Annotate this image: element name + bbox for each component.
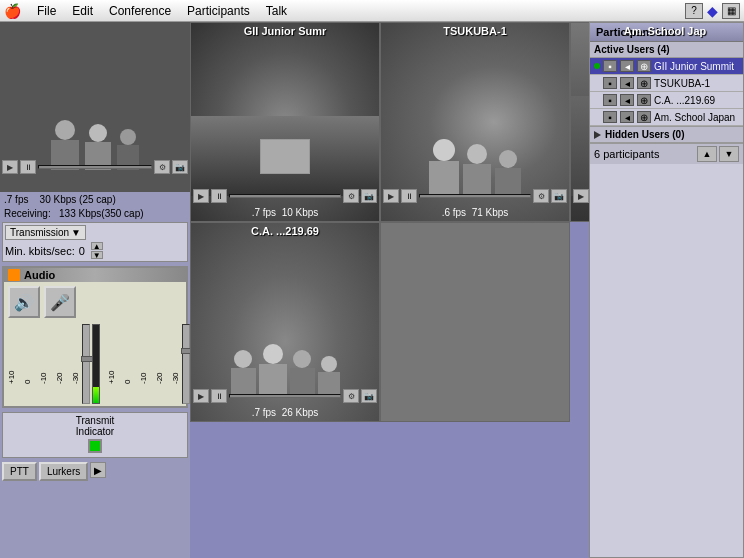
menu-talk[interactable]: Talk	[258, 2, 295, 20]
participant-item-gii[interactable]: ▪ ◂ ⊕ GII Junior Summit	[590, 58, 743, 75]
menu-conference[interactable]: Conference	[101, 2, 179, 20]
active-users-section: Active Users (4)	[590, 42, 743, 58]
min-kbits-label: Min. kbits/sec:	[5, 245, 75, 257]
menu-edit[interactable]: Edit	[64, 2, 101, 20]
transmit-led	[88, 439, 102, 453]
ca-play[interactable]: ▶	[193, 389, 209, 403]
am-play[interactable]: ▶	[573, 189, 589, 203]
ctrl-icon-amschool: ⊕	[637, 111, 651, 123]
audio-icon	[8, 269, 20, 281]
apple-menu[interactable]: 🍎	[4, 3, 21, 19]
nav-down-btn[interactable]: ▼	[719, 146, 739, 162]
hidden-users-section[interactable]: Hidden Users (0)	[590, 126, 743, 143]
gii-settings[interactable]: ⚙	[343, 189, 359, 203]
video-title-tsukuba: TSUKUBA-1	[381, 25, 569, 37]
settings-btn[interactable]: ⚙	[154, 160, 170, 174]
tsukuba-pause[interactable]: ⏸	[401, 189, 417, 203]
ca-stats: .7 fps 26 Kbps	[191, 407, 379, 418]
expand-hidden-icon	[594, 131, 601, 139]
participant-name-tsukuba: TSUKUBA-1	[654, 78, 710, 89]
tsukuba-cam[interactable]: 📷	[551, 189, 567, 203]
transmit-indicator: Transmit Indicator	[2, 412, 188, 458]
menu-participants[interactable]: Participants	[179, 2, 258, 20]
audio-buttons: 🔊 🎤	[4, 282, 186, 322]
video-title-gii: GII Junior Sumr	[191, 25, 379, 37]
help-icon[interactable]: ?	[685, 3, 703, 19]
participant-name-ca: C.A. ...219.69	[654, 95, 715, 106]
ca-cam[interactable]: 📷	[361, 389, 377, 403]
participant-count: 6 participants	[594, 148, 659, 160]
audio-icon-gii: ◂	[620, 60, 634, 72]
video-icon-amschool: ▪	[603, 111, 617, 123]
diamond-icon: ◆	[707, 3, 718, 19]
mic-btn[interactable]: 🎤	[44, 286, 76, 318]
video-cell-ca: C.A. ...219.69	[190, 222, 380, 422]
gii-play[interactable]: ▶	[193, 189, 209, 203]
video-icon-gii: ▪	[603, 60, 617, 72]
ptt-button[interactable]: PTT	[2, 462, 37, 481]
video-title-ca: C.A. ...219.69	[191, 225, 379, 237]
transmission-dropdown[interactable]: Transmission ▼	[5, 225, 86, 240]
receiving-bar: Receiving: 133 Kbps(350 cap)	[0, 207, 190, 220]
cam-btn[interactable]: 📷	[172, 160, 188, 174]
ca-pause[interactable]: ⏸	[211, 389, 227, 403]
transmission-row: Transmission ▼	[5, 225, 185, 240]
volume-slider[interactable]	[82, 324, 90, 404]
audio-title: Audio	[24, 269, 55, 281]
ca-settings[interactable]: ⚙	[343, 389, 359, 403]
mic-slider[interactable]	[182, 324, 190, 404]
active-dot-gii	[594, 63, 600, 69]
video-title-amschool: Am. School Jap	[571, 25, 744, 37]
participant-name-amschool: Am. School Japan	[654, 112, 735, 123]
audio-panel: Audio 🔊 🎤 +100-10-20-30	[2, 266, 188, 408]
receiving-label: Receiving:	[4, 208, 51, 219]
ctrl-icon-ca: ⊕	[637, 94, 651, 106]
local-kbps: 30 Kbps (25 cap)	[40, 194, 116, 205]
gii-stats: .7 fps 10 Kbps	[191, 207, 379, 218]
arrow-btn[interactable]: ▶	[90, 462, 106, 478]
kbits-down[interactable]: ▼	[91, 251, 103, 259]
audio-title-bar: Audio	[4, 268, 186, 282]
local-video: ▶ ⏸ ⚙ 📷	[0, 22, 190, 192]
gii-cam[interactable]: 📷	[361, 189, 377, 203]
receiving-value: 133 Kbps(350 cap)	[59, 208, 144, 219]
participant-item-tsukuba[interactable]: ▪ ◂ ⊕ TSUKUBA-1	[590, 75, 743, 92]
kbits-up[interactable]: ▲	[91, 242, 103, 250]
participant-footer: 6 participants ▲ ▼	[590, 143, 743, 164]
hidden-users-label: Hidden Users (0)	[605, 129, 684, 140]
ctrl-icon-tsukuba: ⊕	[637, 77, 651, 89]
video-icon-tsukuba: ▪	[603, 77, 617, 89]
video-cell-empty	[380, 222, 570, 422]
menu-file[interactable]: File	[29, 2, 64, 20]
left-panel: ▶ ⏸ ⚙ 📷 .7 fps 30 Kbps (25 cap) Receivin…	[0, 22, 190, 558]
local-fps: .7 fps	[4, 194, 28, 205]
min-kbits-value: 0	[79, 245, 85, 257]
transmission-panel: Transmission ▼ Min. kbits/sec: 0 ▲ ▼	[2, 222, 188, 262]
pause-btn[interactable]: ⏸	[20, 160, 36, 174]
indicator-label: Indicator	[7, 426, 183, 437]
lurkers-button[interactable]: Lurkers	[39, 462, 88, 481]
ctrl-icon-gii: ⊕	[637, 60, 651, 72]
menubar: 🍎 File Edit Conference Participants Talk…	[0, 0, 744, 22]
participant-name-gii: GII Junior Summit	[654, 61, 734, 72]
nav-up-btn[interactable]: ▲	[697, 146, 717, 162]
play-btn[interactable]: ▶	[2, 160, 18, 174]
local-stats: .7 fps 30 Kbps (25 cap)	[0, 192, 190, 207]
menu-extra-icon[interactable]: ▦	[722, 3, 740, 19]
audio-icon-tsukuba: ◂	[620, 77, 634, 89]
participant-nav: ▲ ▼	[697, 146, 739, 162]
participant-item-ca[interactable]: ▪ ◂ ⊕ C.A. ...219.69	[590, 92, 743, 109]
menubar-icons: ? ◆ ▦	[685, 3, 740, 19]
video-icon-ca: ▪	[603, 94, 617, 106]
tsukuba-play[interactable]: ▶	[383, 189, 399, 203]
level-meter-left	[92, 324, 100, 404]
participant-item-amschool[interactable]: ▪ ◂ ⊕ Am. School Japan	[590, 109, 743, 126]
gii-pause[interactable]: ⏸	[211, 189, 227, 203]
video-cell-gii: GII Junior Sumr ▶ ⏸ ⚙ 📷 .7 fps 10 Kbps	[190, 22, 380, 222]
ptt-lurkers: PTT Lurkers ▶	[2, 462, 188, 481]
tsukuba-stats: .6 fps 71 Kbps	[381, 207, 569, 218]
tsukuba-settings[interactable]: ⚙	[533, 189, 549, 203]
speaker-btn[interactable]: 🔊	[8, 286, 40, 318]
video-cell-tsukuba: TSUKUBA-1 ▶	[380, 22, 570, 222]
audio-icon-amschool: ◂	[620, 111, 634, 123]
